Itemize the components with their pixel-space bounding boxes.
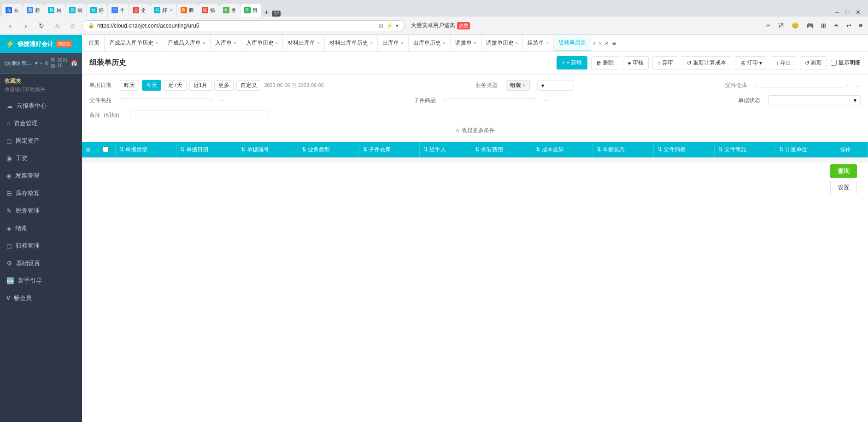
game-icon[interactable]: 🎮 <box>804 21 815 30</box>
business-type-remove[interactable]: × <box>522 82 526 89</box>
horizontal-scrollbar[interactable] <box>82 157 868 163</box>
sidebar-item-fixed-assets[interactable]: ◻ 固定资产 <box>0 132 82 150</box>
status-dropdown[interactable]: ▾ <box>768 95 861 105</box>
browser-tab-3[interactable]: 易 易 <box>44 4 65 17</box>
settings-icon[interactable]: ⚙ <box>44 60 49 66</box>
translate-icon[interactable]: 译 <box>776 21 786 31</box>
sidebar-item-archive[interactable]: ◻ 归档管理 <box>0 237 82 254</box>
tab-more-options[interactable]: ≡ <box>610 40 618 47</box>
set-button[interactable]: 设置 <box>830 181 857 194</box>
tab-scroll-right[interactable]: › <box>597 40 603 47</box>
sidebar-item-member[interactable]: V 畅会员 <box>0 289 82 307</box>
add-button[interactable]: + + 新增 <box>557 56 587 69</box>
company-selector[interactable]: (勿删勿禁用) 江西服宝测试专用 ▾ + ⚙ 账期 2021-10 📅 <box>0 53 82 74</box>
sidebar-item-guide[interactable]: 🆕 新手引导 <box>0 272 82 289</box>
tab-in-history-close[interactable]: × <box>276 40 278 46</box>
sidebar-item-tax[interactable]: ✎ 税务管理 <box>0 202 82 220</box>
close-button[interactable]: ✕ <box>854 8 862 17</box>
tab-out-history[interactable]: 出库单历史 × <box>409 35 451 52</box>
sub-goods-input[interactable] <box>444 98 536 102</box>
browser-tab-10[interactable]: 畅 畅 <box>198 4 219 17</box>
recalculate-button[interactable]: ↺ 重新计算成本 <box>682 56 731 69</box>
th-unit[interactable]: ⇅ 计量单位 <box>775 142 836 157</box>
tab-material-out-history[interactable]: 材料出库单历史 × <box>325 35 378 52</box>
sidebar-item-cloud-report[interactable]: ☁ 云报表中心 <box>0 97 82 115</box>
new-tab-button[interactable]: + <box>262 8 271 17</box>
parent-goods-input[interactable] <box>120 98 212 102</box>
minimize-button[interactable]: ─ <box>833 8 841 17</box>
th-number[interactable]: ⇅ 单据编号 <box>237 142 298 157</box>
more-date-btn[interactable]: 更多 <box>214 80 234 91</box>
browser-tab-12[interactable]: 目 目 <box>240 4 261 17</box>
tab-home[interactable]: 首页 <box>84 35 105 52</box>
undo-icon[interactable]: ↩ <box>845 21 853 30</box>
tab-out-order[interactable]: 出库单 × <box>378 35 409 52</box>
parent-goods-ellipsis[interactable]: ··· <box>219 97 225 104</box>
tab-scroll-left[interactable]: ‹ <box>591 40 597 47</box>
month-btn[interactable]: 近1月 <box>189 80 212 91</box>
th-disassembly-cost[interactable]: ⇅ 拆装费用 <box>471 142 532 157</box>
grid-icon[interactable]: ⊞ <box>819 21 828 30</box>
tab-out-order-close[interactable]: × <box>401 40 404 46</box>
tab-group-order[interactable]: 组装单 × <box>523 35 554 52</box>
sidebar-item-invoice[interactable]: ◈ 发票管理 <box>0 167 82 185</box>
parent-warehouse-input[interactable] <box>756 84 848 87</box>
refresh-button[interactable]: ↺ 刷新 <box>800 56 827 69</box>
add-company-icon[interactable]: + <box>40 60 42 66</box>
th-parent-goods[interactable]: ⇅ 父件商品 <box>714 142 775 157</box>
calendar-icon[interactable]: 📅 <box>71 60 77 66</box>
sidebar-item-payroll[interactable]: ◉ 工资 <box>0 150 82 167</box>
th-status[interactable]: ⇅ 单据状态 <box>592 142 653 157</box>
export-button[interactable]: ↑ 导出 <box>771 56 796 69</box>
browser-tab-5[interactable]: 好 好 <box>87 4 107 17</box>
browser-tab-7[interactable]: 企 企 <box>129 4 150 17</box>
tab-group-order-close[interactable]: × <box>546 40 549 46</box>
th-sub-warehouse[interactable]: ⇅ 子件仓库 <box>358 142 419 157</box>
custom-date-btn[interactable]: 自定义 <box>236 80 261 91</box>
tab-in-history[interactable]: 入库单历史 × <box>241 35 283 52</box>
browser-tab-6[interactable]: 个 个 <box>108 4 129 17</box>
url-bar[interactable]: 🔒 https://cloud.chanjet.com/accounting/u… <box>82 20 405 31</box>
sidebar-item-inventory[interactable]: ⊟ 库存核算 <box>0 185 82 202</box>
tab-assembly-history-close[interactable]: × <box>516 40 518 46</box>
browser-tab-2[interactable]: 新 新 <box>23 4 44 17</box>
collapse-button[interactable]: ∧ 收起更多条件 <box>455 127 494 134</box>
delete-button[interactable]: 🗑 删除 <box>591 56 619 69</box>
bookmark-button[interactable]: ☆ <box>66 19 79 32</box>
tab-production-in-history[interactable]: 产成品入库单历史 × <box>105 35 163 52</box>
browser-tab-4[interactable]: 易 易 <box>65 4 86 17</box>
select-all-checkbox[interactable] <box>103 146 109 152</box>
url-dropdown-icon[interactable]: ▾ <box>396 23 399 29</box>
tab-material-out[interactable]: 材料出库单 × <box>283 35 325 52</box>
forward-button[interactable]: › <box>19 19 32 32</box>
th-date[interactable]: ⇅ 单据日期 <box>176 142 237 157</box>
back-button[interactable]: ‹ <box>4 19 17 32</box>
reload-button[interactable]: ↻ <box>35 19 48 32</box>
th-handler[interactable]: ⇅ 经手人 <box>419 142 471 157</box>
parent-warehouse-ellipsis[interactable]: ··· <box>855 82 861 89</box>
menu-icon[interactable]: ≡ <box>857 21 864 30</box>
tab-production-in-close[interactable]: × <box>203 40 205 46</box>
show-detail-checkbox[interactable] <box>831 60 837 66</box>
week-btn[interactable]: 近7天 <box>164 80 187 91</box>
tab-assembly[interactable]: 调拨单 × <box>451 35 481 52</box>
browser-tab-9[interactable]: 腾 腾 <box>177 4 198 17</box>
th-type[interactable]: ⇅ 单据类型 <box>115 142 176 157</box>
query-button[interactable]: 查询 <box>830 164 857 178</box>
show-detail-toggle[interactable]: 显示明细 <box>831 59 861 67</box>
tab-assembly-history[interactable]: 调拨单历史 × <box>481 35 523 52</box>
tab-material-out-close[interactable]: × <box>317 40 320 46</box>
emoji-icon[interactable]: 😊 <box>790 21 801 30</box>
tab-assembly-close[interactable]: × <box>474 40 476 46</box>
tab-material-out-history-close[interactable]: × <box>370 40 373 46</box>
sidebar-item-settlement[interactable]: ◈ 结账 <box>0 220 82 237</box>
sub-goods-ellipsis[interactable]: ··· <box>544 97 549 104</box>
th-settings[interactable]: ⚙ <box>82 142 99 157</box>
tab-close-8[interactable]: × <box>170 8 173 13</box>
sidebar-item-settings[interactable]: ⚙ 基础设置 <box>0 254 82 272</box>
th-biz-type[interactable]: ⇅ 业务类型 <box>298 142 358 157</box>
tab-in-order-close[interactable]: × <box>234 40 236 46</box>
th-cost-diff[interactable]: ⇅ 成本差异 <box>532 142 592 157</box>
tab-out-history-close[interactable]: × <box>443 40 446 46</box>
tab-production-in-history-close[interactable]: × <box>155 40 158 46</box>
